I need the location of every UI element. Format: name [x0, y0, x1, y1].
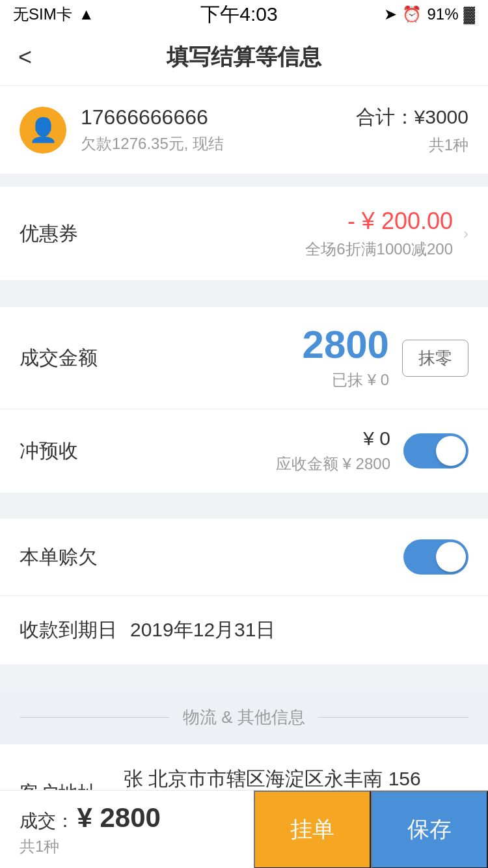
carrier-label: 无SIM卡 — [13, 4, 72, 25]
customer-info: 17666666666 欠款1276.35元, 现结 — [81, 105, 356, 154]
deal-amount-sub: 已抹 ¥ 0 — [303, 370, 389, 390]
prepay-amount: ¥ 0 — [276, 427, 390, 450]
due-date-label: 收款到期日 — [20, 617, 117, 644]
debit-row: 本单赊欠 — [0, 519, 488, 596]
coupon-desc: 全场6折满1000减200 — [305, 239, 453, 260]
deal-amount-right: 2800 已抹 ¥ 0 抹零 — [303, 325, 468, 390]
alarm-icon: ⏰ — [402, 5, 422, 23]
total-amount: 合计：¥3000 — [356, 104, 468, 131]
debit-card: 本单赊欠 收款到期日 2019年12月31日 — [0, 519, 488, 664]
deal-amount-row: 成交金额 2800 已抹 ¥ 0 抹零 — [0, 307, 488, 409]
divider-line-right — [318, 717, 468, 718]
customer-card: 👤 17666666666 欠款1276.35元, 现结 合计：¥3000 共1… — [0, 86, 488, 174]
round-zero-button[interactable]: 抹零 — [402, 340, 468, 377]
bottom-deal-label: 成交： — [20, 811, 74, 831]
deal-amount-card: 成交金额 2800 已抹 ¥ 0 抹零 冲预收 ¥ 0 应收金额 ¥ 2800 — [0, 307, 488, 493]
customer-total: 合计：¥3000 共1种 — [356, 104, 468, 156]
coupon-label: 优惠券 — [20, 221, 78, 247]
customer-phone: 17666666666 — [81, 105, 356, 129]
coupon-card: 优惠券 - ¥ 200.00 全场6折满1000减200 › — [0, 187, 488, 281]
coupon-chevron-icon: › — [463, 224, 468, 243]
prepay-toggle[interactable] — [403, 433, 468, 468]
save-button[interactable]: 保存 — [371, 791, 488, 869]
section-divider-1 — [0, 294, 488, 307]
battery-label: 91% — [427, 5, 458, 23]
section-divider-3 — [0, 677, 488, 690]
debit-toggle-knob — [436, 542, 466, 572]
prepay-values: ¥ 0 应收金额 ¥ 2800 — [276, 427, 390, 474]
hang-order-button[interactable]: 挂单 — [254, 791, 371, 869]
coupon-discount: - ¥ 200.00 — [305, 208, 453, 235]
coupon-right: - ¥ 200.00 全场6折满1000减200 › — [305, 208, 468, 260]
customer-row: 👤 17666666666 欠款1276.35元, 现结 合计：¥3000 共1… — [0, 86, 488, 174]
status-left: 无SIM卡 ▲ — [13, 4, 94, 25]
prepay-row: 冲预收 ¥ 0 应收金额 ¥ 2800 — [0, 409, 488, 493]
bottom-summary: 成交： ¥ 2800 共1种 — [0, 802, 254, 857]
location-icon: ➤ — [384, 5, 397, 23]
battery-icon: ▓ — [464, 5, 476, 23]
debit-toggle[interactable] — [403, 539, 468, 575]
logistics-divider: 物流 & 其他信息 — [0, 690, 488, 744]
divider-line-left — [20, 717, 170, 718]
debit-label: 本单赊欠 — [20, 544, 403, 571]
content: 👤 17666666666 欠款1276.35元, 现结 合计：¥3000 共1… — [0, 86, 488, 868]
logistics-label: 物流 & 其他信息 — [170, 706, 318, 729]
bottom-amount-value: ¥ 2800 — [77, 802, 160, 833]
bottom-count: 共1种 — [20, 836, 234, 857]
page-title: 填写结算等信息 — [167, 42, 321, 72]
status-right: ➤ ⏰ 91% ▓ — [384, 5, 475, 23]
prepay-right: ¥ 0 应收金额 ¥ 2800 — [276, 427, 468, 474]
bottom-bar: 成交： ¥ 2800 共1种 挂单 保存 — [0, 790, 488, 868]
due-date-value: 2019年12月31日 — [130, 617, 275, 644]
total-count: 共1种 — [356, 135, 468, 156]
wifi-icon: ▲ — [79, 5, 94, 23]
due-date-row: 收款到期日 2019年12月31日 — [0, 596, 488, 664]
section-divider-2 — [0, 506, 488, 519]
prepay-sub: 应收金额 ¥ 2800 — [276, 454, 390, 474]
toggle-knob — [436, 436, 466, 466]
back-button[interactable]: < — [18, 44, 32, 71]
nav-bar: < 填写结算等信息 — [0, 29, 488, 86]
coupon-row[interactable]: 优惠券 - ¥ 200.00 全场6折满1000减200 › — [0, 187, 488, 281]
status-time: 下午4:03 — [200, 1, 277, 28]
avatar: 👤 — [20, 107, 66, 154]
customer-debt: 欠款1276.35元, 现结 — [81, 133, 356, 154]
bottom-deal-line: 成交： ¥ 2800 — [20, 802, 234, 834]
prepay-label: 冲预收 — [20, 438, 276, 465]
deal-amount-label: 成交金额 — [20, 345, 303, 372]
status-bar: 无SIM卡 ▲ 下午4:03 ➤ ⏰ 91% ▓ — [0, 0, 488, 29]
user-icon: 👤 — [29, 116, 58, 144]
deal-amount-value: 2800 — [303, 325, 389, 364]
